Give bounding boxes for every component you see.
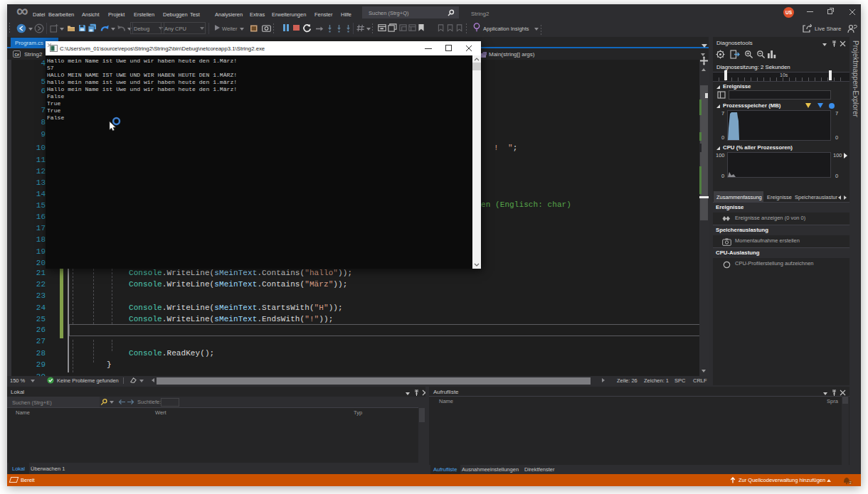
svg-text:2: 2	[850, 480, 852, 485]
